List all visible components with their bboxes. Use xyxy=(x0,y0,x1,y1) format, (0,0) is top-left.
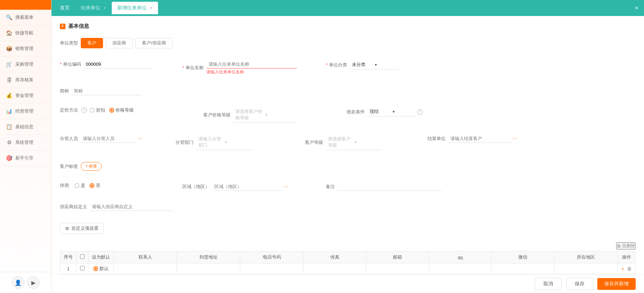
pricing-radio-discount[interactable]: 折扣 xyxy=(90,107,105,113)
short-name-input[interactable] xyxy=(72,87,141,95)
delete-row-button[interactable]: 🗑 xyxy=(627,266,632,271)
manager-more-btn[interactable]: ··· xyxy=(136,136,144,142)
cell-address[interactable] xyxy=(177,263,240,274)
area-more-btn[interactable]: ··· xyxy=(282,184,289,190)
tab-close-new-partner[interactable]: × xyxy=(150,6,152,10)
select-all-checkbox[interactable] xyxy=(80,254,85,259)
remark-input[interactable] xyxy=(338,182,442,191)
sidebar-item-inventory[interactable]: 🗄 库存核算 xyxy=(0,72,51,88)
payment-terms-field: 收款条件 现结 ▾ ? xyxy=(347,107,636,116)
cell-wechat[interactable] xyxy=(492,263,554,274)
contact-input[interactable] xyxy=(117,266,173,271)
phone-input[interactable] xyxy=(244,266,300,271)
custom-settings-label: 自定义项设置 xyxy=(71,225,99,231)
default-radio[interactable]: 默认 xyxy=(92,266,110,272)
unit-btn-customer[interactable]: 客户 xyxy=(81,38,103,48)
sidebar-item-label: 销售管理 xyxy=(15,46,33,52)
sidebar-item-sales[interactable]: 📦 销售管理 xyxy=(0,41,51,57)
cell-no: 1 xyxy=(60,263,77,274)
customer-level-select[interactable]: 请选择客户等级 ▾ xyxy=(326,135,382,150)
settlement-more-btn[interactable]: ··· xyxy=(511,136,518,142)
area-input[interactable] xyxy=(212,182,282,191)
wechat-input[interactable] xyxy=(495,266,550,271)
tab-close-partners[interactable]: × xyxy=(104,6,106,10)
sidebar-item-label: 采购管理 xyxy=(15,61,33,67)
unit-category-select[interactable]: 未分类 ▾ xyxy=(350,60,399,70)
payment-help-icon[interactable]: ? xyxy=(417,109,423,115)
unit-btn-supplier[interactable]: 供应商 xyxy=(106,38,133,48)
tab-home[interactable]: 首页 xyxy=(54,2,75,14)
sidebar-item-finance[interactable]: 💰 资金管理 xyxy=(0,88,51,104)
cell-phone[interactable] xyxy=(240,263,304,274)
batch-delete-button[interactable]: 🗑 批删除 xyxy=(616,242,636,250)
sidebar-item-quicknav[interactable]: 🏠 快捷导航 xyxy=(0,25,51,41)
batch-delete-label: 批删除 xyxy=(622,243,635,249)
unit-btn-both[interactable]: 客户/供应商 xyxy=(135,38,173,48)
sidebar-item-system[interactable]: ⚙ 系统管理 xyxy=(0,135,51,150)
unit-category-label: 单位分类 xyxy=(326,62,347,68)
chevron-down-icon: ▾ xyxy=(354,140,379,145)
unit-type-field: 单位类型 客户 供应商 客户/供应商 xyxy=(60,38,636,48)
table-row: 1 默认 xyxy=(60,263,636,274)
save-button[interactable]: 保存 xyxy=(566,278,593,290)
gear-icon: ⚙ xyxy=(65,226,69,231)
stop-radio-no[interactable]: 否 xyxy=(89,182,100,189)
region-input[interactable] xyxy=(558,266,614,271)
fax-input[interactable] xyxy=(307,266,362,271)
sidebar-expand[interactable]: ▶ xyxy=(27,276,40,289)
tag-add-button[interactable]: + 标签 xyxy=(81,162,102,171)
supplier-custom-input[interactable] xyxy=(90,203,173,211)
custom-settings-button[interactable]: ⚙ 自定义项设置 xyxy=(60,223,104,234)
sidebar-item-search[interactable]: 🔍 搜索菜单 xyxy=(0,10,51,25)
manager-input[interactable] xyxy=(81,135,136,143)
dept-select[interactable]: 请输入分管部门 ▾ xyxy=(196,135,252,150)
cell-checkbox[interactable] xyxy=(77,263,88,274)
cell-fax[interactable] xyxy=(304,263,366,274)
pricing-label: 定价方法 xyxy=(60,107,78,113)
cell-email[interactable] xyxy=(366,263,429,274)
settlement-input[interactable] xyxy=(448,135,511,143)
tab-partners[interactable]: 往来单位 × xyxy=(75,2,112,14)
contact-table: 序号 设为默认 联系人 到货地址 电话号码 传真 邮箱 qq 微信 所在地区 操… xyxy=(60,251,636,274)
tab-bar: 首页 往来单位 × 新增往来单位 × × xyxy=(52,0,644,16)
email-input[interactable] xyxy=(370,266,425,271)
cancel-button[interactable]: 取消 xyxy=(535,278,562,290)
finance-icon: 💰 xyxy=(6,92,13,99)
address-input[interactable] xyxy=(180,266,236,271)
home-icon: 🏠 xyxy=(6,30,13,36)
col-checkbox[interactable] xyxy=(77,251,88,263)
tab-new-partner[interactable]: 新增往来单位 × xyxy=(112,2,158,14)
customer-price-select[interactable]: 请选择客户价格等级 ▾ xyxy=(233,107,296,123)
unit-name-input[interactable] xyxy=(206,60,297,68)
pricing-help-icon[interactable]: ? xyxy=(81,107,87,113)
sidebar-avatar[interactable]: 👤 xyxy=(12,276,24,289)
row-checkbox[interactable] xyxy=(80,266,85,270)
supplier-custom-field: 供应商自定义 xyxy=(60,203,192,211)
qq-input[interactable] xyxy=(433,266,488,271)
cell-contact[interactable] xyxy=(114,263,177,274)
area-label: 区域（地区） xyxy=(182,184,210,190)
payment-terms-select[interactable]: 现结 ▾ xyxy=(368,107,416,116)
tags-label: 客户标签 xyxy=(60,163,78,170)
sidebar-item-newbie[interactable]: 🎯 新手引导 xyxy=(0,150,51,166)
pricing-radio-price-level[interactable]: 价格等级 xyxy=(109,107,134,113)
stop-radio-yes[interactable]: 是 xyxy=(74,182,85,189)
unit-code-input[interactable] xyxy=(84,60,154,68)
unit-code-field: 单位编码 xyxy=(60,60,171,68)
col-no: 序号 xyxy=(60,251,77,263)
cell-region[interactable] xyxy=(554,263,618,274)
save-and-new-button[interactable]: 保存并新增 xyxy=(597,278,636,290)
cell-qq[interactable] xyxy=(429,263,492,274)
col-region: 所在地区 xyxy=(554,251,618,263)
sidebar-item-purchase[interactable]: 🛒 采购管理 xyxy=(0,57,51,72)
sidebar-item-basic[interactable]: 📋 基础信息 xyxy=(0,119,51,135)
pricing-row: 定价方法 ? 折扣 价格等级 客户价格等级 请选择客户价格等级 xyxy=(60,107,636,123)
add-row-button[interactable]: + xyxy=(621,266,624,271)
basic-icon: 📋 xyxy=(6,123,13,130)
unit-name-label: 单位名称 xyxy=(182,65,204,71)
sidebar-item-operations[interactable]: 📊 经营管理 xyxy=(0,104,51,119)
sidebar-top xyxy=(0,0,51,10)
customer-level-value: 请选择客户等级 xyxy=(328,136,353,148)
sidebar-item-label: 基础信息 xyxy=(15,124,33,130)
window-close-button[interactable]: × xyxy=(632,5,641,12)
